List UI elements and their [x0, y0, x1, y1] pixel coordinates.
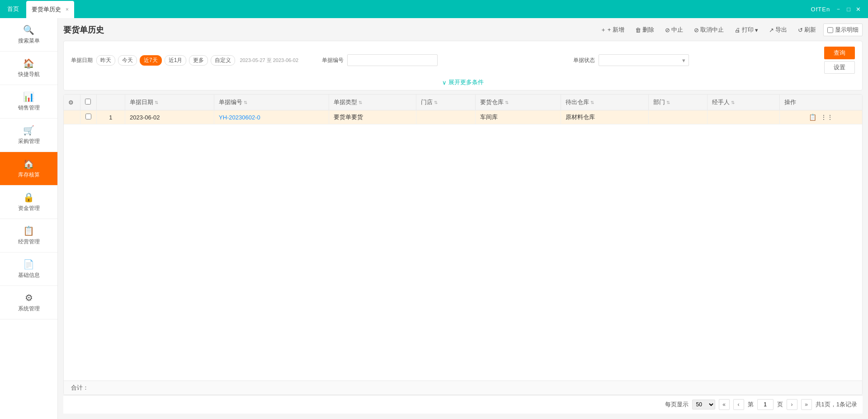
date-filters: 昨天 今天 近7天 近1月 更多 自定义 2023-05-27 至 2023-0…	[96, 55, 311, 66]
sidebar-label-operations: 经营管理	[18, 238, 40, 246]
tab-active-label: 要货单历史	[32, 5, 61, 14]
sort-icon-req-warehouse: ⇅	[505, 100, 509, 105]
brand-text: OfTEn	[811, 6, 830, 13]
page-header: 要货单历史 ＋ + 新增 🗑 删除 ⊘ 中止 ⊘ 取消中止	[63, 24, 863, 36]
window-close-btn[interactable]: ✕	[856, 6, 861, 13]
date-filter-7days[interactable]: 近7天	[140, 55, 162, 66]
sidebar: 🔍 搜索菜单 🏠 快捷导航 📊 销售管理 🛒 采购管理 🏠 库存核算 🔒 资金管…	[0, 18, 58, 419]
search-panel: 单据日期 昨天 今天 近7天 近1月 更多 自定义 2023-05-27 至 2…	[63, 41, 863, 90]
print-button[interactable]: 🖨 打印 ▾	[731, 24, 762, 36]
cancel-stop-button[interactable]: ⊘ 取消中止	[690, 24, 727, 36]
sidebar-item-finance[interactable]: 🔒 资金管理	[0, 186, 57, 219]
display-detail-button[interactable]: 显示明细	[823, 24, 863, 36]
sidebar-icon-system: ⚙	[25, 292, 33, 303]
sidebar-item-quick-nav[interactable]: 🏠 快捷导航	[0, 52, 57, 85]
expand-more-btn[interactable]: ∨ 展开更多条件	[71, 77, 855, 86]
th-pending-warehouse[interactable]: 待出仓库 ⇅	[561, 95, 648, 110]
table-container: ⚙ 单据日期 ⇅	[63, 94, 863, 395]
row-doc-date: 2023-06-02	[125, 110, 214, 124]
toolbar: ＋ + 新增 🗑 删除 ⊘ 中止 ⊘ 取消中止 🖨 打印	[597, 24, 863, 36]
print-icon: 🖨	[735, 27, 741, 33]
table-header-row: ⚙ 单据日期 ⇅	[64, 95, 862, 110]
date-filter-today[interactable]: 今天	[118, 55, 137, 66]
th-department[interactable]: 部门 ⇅	[648, 95, 708, 110]
delete-button[interactable]: 🗑 删除	[632, 24, 658, 36]
window-maximize-btn[interactable]: □	[847, 6, 850, 13]
date-range-text: 2023-05-27 至 2023-06-02	[240, 57, 298, 64]
sort-icon-number: ⇅	[244, 100, 247, 105]
sidebar-item-basic-info[interactable]: 📄 基础信息	[0, 252, 57, 286]
table-body: 1 2023-06-02 YH-20230602-0 要货单要货 车间库 原材料…	[64, 110, 862, 124]
th-settings: ⚙	[64, 95, 80, 110]
export-button[interactable]: ↗ 导出	[765, 24, 791, 36]
cancel-stop-icon: ⊘	[694, 27, 699, 33]
new-button[interactable]: ＋ + 新增	[597, 24, 628, 36]
setting-button[interactable]: 设置	[824, 61, 855, 74]
page-input[interactable]	[757, 399, 774, 410]
page-suffix: 页	[777, 400, 783, 409]
date-filter-yesterday[interactable]: 昨天	[96, 55, 115, 66]
row-handler	[708, 110, 780, 124]
page-label: 第	[748, 400, 754, 409]
doc-status-select-wrapper	[599, 54, 689, 66]
date-filter-custom[interactable]: 自定义	[211, 55, 235, 66]
sidebar-label-system: 系统管理	[18, 305, 40, 313]
doc-number-link[interactable]: YH-20230602-0	[219, 114, 260, 121]
row-select-checkbox[interactable]	[85, 114, 91, 119]
stop-button[interactable]: ⊘ 中止	[661, 24, 687, 36]
sort-icon-store: ⇅	[434, 100, 438, 105]
sidebar-label-finance: 资金管理	[18, 205, 40, 212]
data-table: ⚙ 单据日期 ⇅	[64, 95, 862, 124]
row-op-edit-icon[interactable]: 📋	[807, 113, 818, 122]
per-page-label: 每页显示	[665, 400, 689, 409]
row-op: 📋 ⋮⋮	[779, 110, 862, 124]
table-footer-summary: 合计：	[64, 381, 862, 395]
sidebar-item-sales[interactable]: 📊 销售管理	[0, 85, 57, 119]
th-doc-type[interactable]: 单据类型 ⇅	[329, 95, 416, 110]
doc-status-select[interactable]	[599, 54, 689, 66]
date-filter-more[interactable]: 更多	[189, 55, 208, 66]
search-actions: 查询 设置	[824, 47, 855, 74]
th-checkbox	[80, 95, 96, 110]
summary-label: 合计：	[71, 384, 89, 391]
select-all-checkbox[interactable]	[85, 99, 91, 105]
sidebar-item-purchase[interactable]: 🛒 采购管理	[0, 119, 57, 152]
table-scroll[interactable]: ⚙ 单据日期 ⇅	[64, 95, 862, 381]
row-settings	[64, 110, 80, 124]
per-page-select[interactable]: 50 10 20 100	[692, 400, 715, 409]
tab-home[interactable]: 首页	[0, 0, 26, 18]
sidebar-icon-quick-nav: 🏠	[23, 58, 34, 69]
search-row-1: 单据日期 昨天 今天 近7天 近1月 更多 自定义 2023-05-27 至 2…	[71, 47, 855, 74]
page-first-btn[interactable]: «	[719, 399, 730, 410]
th-req-warehouse[interactable]: 要货仓库 ⇅	[475, 95, 561, 110]
page-next-btn[interactable]: ›	[787, 399, 797, 410]
sidebar-icon-finance: 🔒	[23, 192, 34, 203]
page-prev-btn[interactable]: ‹	[733, 399, 744, 410]
th-doc-date[interactable]: 单据日期 ⇅	[125, 95, 214, 110]
settings-icon[interactable]: ⚙	[68, 99, 74, 106]
sidebar-icon-purchase: 🛒	[23, 125, 34, 136]
row-pending-warehouse: 原材料仓库	[561, 110, 648, 124]
th-doc-number[interactable]: 单据编号 ⇅	[214, 95, 329, 110]
display-detail-checkbox[interactable]	[827, 27, 833, 33]
sidebar-item-operations[interactable]: 📋 经营管理	[0, 219, 57, 252]
th-handler[interactable]: 经手人 ⇅	[708, 95, 780, 110]
sidebar-item-system[interactable]: ⚙ 系统管理	[0, 286, 57, 319]
page-last-btn[interactable]: »	[801, 399, 812, 410]
row-op-more-icon[interactable]: ⋮⋮	[819, 113, 835, 122]
sidebar-item-inventory[interactable]: 🏠 库存核算	[0, 152, 57, 186]
refresh-button[interactable]: ↺ 刷新	[794, 24, 820, 36]
th-store[interactable]: 门店 ⇅	[416, 95, 476, 110]
window-minimize-btn[interactable]: －	[835, 5, 841, 13]
date-filter-1month[interactable]: 近1月	[165, 55, 187, 66]
sort-icon-pending-warehouse: ⇅	[590, 100, 594, 105]
top-bar-right: OfTEn － □ ✕	[811, 0, 868, 18]
query-button[interactable]: 查询	[824, 47, 855, 59]
doc-number-input[interactable]	[347, 54, 438, 66]
row-department	[648, 110, 708, 124]
tab-close-icon[interactable]: ×	[66, 6, 69, 13]
new-icon: ＋	[600, 26, 606, 34]
sidebar-item-search-menu[interactable]: 🔍 搜索菜单	[0, 18, 57, 52]
tab-active[interactable]: 要货单历史 ×	[26, 1, 74, 18]
doc-status-field: 单据状态	[573, 54, 813, 66]
